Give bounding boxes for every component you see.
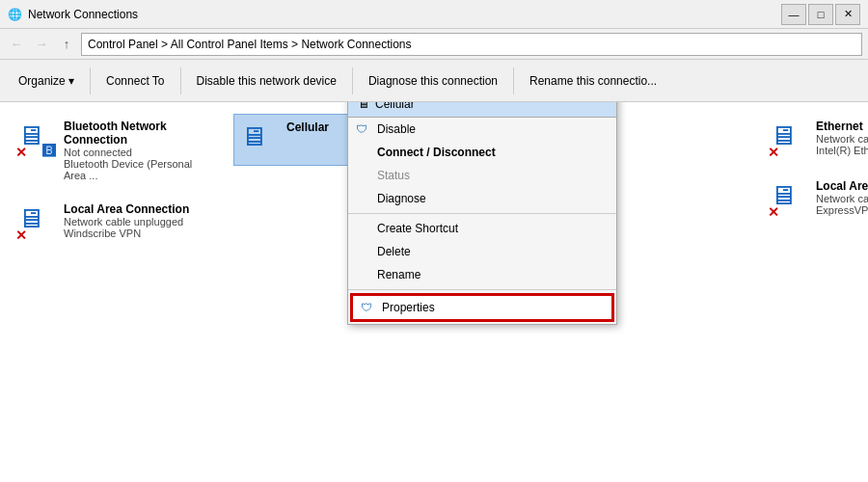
local-area-2-name: Local Area Con... (816, 179, 868, 193)
toolbar-divider-3 (352, 67, 353, 94)
context-menu-sep-1 (348, 213, 616, 214)
context-menu-header-icon: 🖥 (358, 102, 369, 111)
bluetooth-name: Bluetooth Network Connection (64, 120, 199, 147)
bluetooth-icon-wrap: 🖥 🅱 ✕ (17, 120, 56, 158)
local-area-1-text: Local Area Connection Network cable unpl… (64, 202, 199, 239)
local-area-1-detail: Windscribe VPN (64, 228, 199, 239)
context-menu-shortcut[interactable]: Create Shortcut (348, 217, 616, 240)
context-menu-rename-label: Rename (377, 268, 420, 281)
ethernet-detail: Intel(R) Etherne (816, 145, 868, 156)
context-menu-delete-label: Delete (377, 245, 411, 258)
ethernet-icon-wrap: 🖥 ✕ (770, 120, 808, 158)
disable-button[interactable]: Disable this network device (186, 64, 347, 98)
local-area-2-text: Local Area Con... Network cable ExpressV… (816, 179, 868, 216)
connection-bluetooth[interactable]: 🖥 🅱 ✕ Bluetooth Network Connection Not c… (12, 114, 204, 187)
address-input[interactable]: Control Panel > All Control Panel Items … (81, 33, 862, 56)
maximize-button[interactable]: □ (808, 4, 833, 25)
connect-to-button[interactable]: Connect To (95, 64, 176, 98)
toolbar-divider-4 (513, 67, 514, 94)
context-menu-status-label: Status (377, 169, 410, 182)
context-menu-sep-2 (348, 289, 616, 290)
bluetooth-text: Bluetooth Network Connection Not connect… (64, 120, 199, 181)
title-bar-text: Network Connections (28, 8, 138, 21)
local-area-2-icon-wrap: 🖥 ✕ (770, 179, 808, 218)
right-connections: 🖥 ✕ Ethernet Network cable Intel(R) Ethe… (764, 114, 868, 470)
organize-button[interactable]: Organize ▾ (8, 64, 85, 98)
title-bar-icon: 🌐 (8, 8, 22, 21)
ethernet-status: Network cable (816, 133, 868, 145)
context-menu-diagnose[interactable]: Diagnose (348, 187, 616, 210)
monitor-icon-cellular: 🖥 (240, 121, 267, 151)
address-path: Control Panel > All Control Panel Items … (88, 38, 412, 51)
local-area-2-detail: ExpressVPN TU (816, 204, 868, 216)
minimize-button[interactable]: — (781, 4, 806, 25)
left-connections: 🖥 🅱 ✕ Bluetooth Network Connection Not c… (12, 114, 204, 470)
title-bar-controls: — □ ✕ (781, 4, 860, 25)
context-menu-diagnose-label: Diagnose (377, 192, 426, 205)
back-button[interactable]: ← (6, 34, 27, 55)
context-menu-header-title: Cellular (375, 102, 415, 111)
connection-ethernet[interactable]: 🖥 ✕ Ethernet Network cable Intel(R) Ethe… (764, 114, 868, 164)
bluetooth-error-icon: ✕ (15, 145, 27, 160)
toolbar: Organize ▾ Connect To Disable this netwo… (0, 60, 868, 102)
disable-shield-icon: 🛡 (356, 122, 367, 136)
context-menu: 🖥 Cellular 🛡 Disable Connect / Disconnec… (347, 102, 617, 325)
cellular-icon-wrap: 🖥 (240, 120, 279, 159)
context-menu-properties-label: Properties (382, 301, 435, 314)
connection-local-area-1[interactable]: 🖥 ✕ Local Area Connection Network cable … (12, 197, 204, 247)
local2-error-icon: ✕ (768, 204, 779, 220)
local-area-1-icon-wrap: 🖥 ✕ (17, 202, 56, 241)
context-menu-connect[interactable]: Connect / Disconnect (348, 141, 616, 164)
local-area-1-status: Network cable unplugged (64, 216, 199, 228)
toolbar-divider-2 (180, 67, 181, 94)
toolbar-divider-1 (90, 67, 91, 94)
context-menu-properties[interactable]: 🛡 Properties (350, 293, 614, 322)
close-button[interactable]: ✕ (835, 4, 860, 25)
ethernet-text: Ethernet Network cable Intel(R) Etherne (816, 120, 868, 156)
address-bar: ← → ↑ Control Panel > All Control Panel … (0, 29, 868, 60)
forward-button[interactable]: → (31, 34, 52, 55)
context-menu-header: 🖥 Cellular (348, 102, 616, 118)
context-menu-status: Status (348, 164, 616, 187)
local-area-1-name: Local Area Connection (64, 202, 199, 216)
context-menu-delete[interactable]: Delete (348, 240, 616, 263)
local-area-2-status: Network cable (816, 193, 868, 204)
connection-local-area-2[interactable]: 🖥 ✕ Local Area Con... Network cable Expr… (764, 174, 868, 224)
context-menu-disable[interactable]: 🛡 Disable (348, 118, 616, 141)
title-bar: 🌐 Network Connections — □ ✕ (0, 0, 868, 29)
rename-button[interactable]: Rename this connectio... (519, 64, 667, 98)
context-menu-rename[interactable]: Rename (348, 263, 616, 286)
ethernet-name: Ethernet (816, 120, 868, 133)
context-menu-shortcut-label: Create Shortcut (377, 222, 458, 235)
properties-shield-icon: 🛡 (361, 301, 372, 314)
bluetooth-badge-icon: 🅱 (42, 143, 56, 158)
bluetooth-status: Not connected (64, 147, 199, 158)
content-area: 🖥 🅱 ✕ Bluetooth Network Connection Not c… (0, 102, 868, 482)
context-menu-disable-label: Disable (377, 122, 416, 136)
up-button[interactable]: ↑ (56, 34, 77, 55)
context-menu-connect-label: Connect / Disconnect (377, 146, 496, 159)
bluetooth-detail: Bluetooth Device (Personal Area ... (64, 158, 199, 181)
local1-error-icon: ✕ (15, 228, 27, 243)
ethernet-error-icon: ✕ (768, 145, 779, 160)
diagnose-button[interactable]: Diagnose this connection (358, 64, 508, 98)
